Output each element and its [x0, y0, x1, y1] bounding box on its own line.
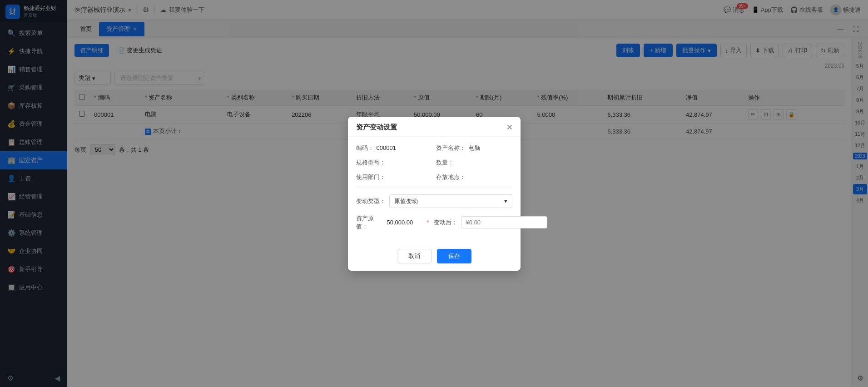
save-button[interactable]: 保存: [437, 249, 471, 263]
dialog-info-row3: 使用部门： 存放地点：: [356, 173, 512, 181]
dialog-qty-field: 数量：: [436, 159, 512, 167]
dialog-close-icon[interactable]: ✕: [506, 123, 512, 132]
dialog-spec-field: 规格型号：: [356, 159, 432, 167]
required-star: *: [427, 219, 429, 226]
dialog-change-type-row: 变动类型： 原值变动 ▾: [356, 194, 512, 208]
dialog-title: 资产变动设置: [356, 123, 397, 132]
dialog-divider: [356, 188, 512, 188]
modal-overlay: 资产变动设置 ✕ 编码： 000001 资产名称： 电脑 规格型号：: [0, 0, 868, 387]
after-change-input[interactable]: [461, 216, 547, 228]
dialog-code-field: 编码： 000001: [356, 144, 432, 152]
dialog-header: 资产变动设置 ✕: [348, 117, 521, 137]
dialog-name-field: 资产名称： 电脑: [436, 144, 512, 152]
dialog-location-field: 存放地点：: [436, 173, 512, 181]
cancel-button[interactable]: 取消: [397, 249, 432, 263]
asset-change-dialog: 资产变动设置 ✕ 编码： 000001 资产名称： 电脑 规格型号：: [348, 117, 521, 271]
dialog-dept-field: 使用部门：: [356, 173, 432, 181]
dialog-info-row2: 规格型号： 数量：: [356, 159, 512, 167]
after-change-label: 变动后：: [434, 218, 457, 227]
dialog-value-row: 资产原值： 50,000.00 * 变动后：: [356, 214, 512, 231]
dialog-footer: 取消 保存: [348, 244, 521, 271]
dialog-info-row1: 编码： 000001 资产名称： 电脑: [356, 144, 512, 152]
original-value-display: 50,000.00: [387, 219, 423, 226]
dialog-body: 编码： 000001 资产名称： 电脑 规格型号： 数量：: [348, 137, 521, 244]
change-type-select[interactable]: 原值变动 ▾: [389, 194, 512, 208]
chevron-down-icon5: ▾: [504, 198, 507, 204]
